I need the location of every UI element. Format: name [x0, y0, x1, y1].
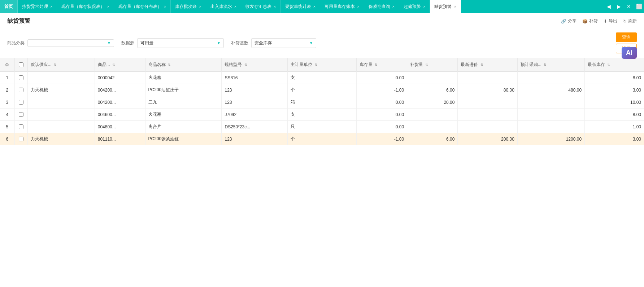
- tab-close-shortage-warn[interactable]: ×: [454, 4, 456, 9]
- gear-icon: ⚙: [5, 62, 9, 67]
- sort-price-icon: ⇅: [480, 63, 483, 67]
- row-stock-4: 0.00: [356, 121, 407, 133]
- row-code-2: 004200...: [95, 96, 145, 109]
- col-stock-qty-header[interactable]: 库存量 ⇅: [356, 58, 407, 72]
- tab-close-inventory-dist[interactable]: ×: [164, 4, 166, 9]
- export-action[interactable]: ⬇ 导出: [604, 18, 617, 24]
- tab-overstock-warn[interactable]: 超储预警 ×: [399, 0, 430, 13]
- select-all-checkbox[interactable]: [19, 62, 23, 67]
- tab-close-available-ledger[interactable]: ×: [357, 4, 359, 9]
- row-min-stock-0: 8.00: [585, 72, 644, 84]
- tab-prev-button[interactable]: ◀: [604, 4, 614, 9]
- category-filter-group: 商品分类 ▼: [7, 39, 114, 47]
- row-estimated-2: [517, 96, 584, 109]
- datasource-filter-group: 数据源 可用量 ▼: [121, 38, 224, 48]
- datasource-select[interactable]: 可用量 ▼: [137, 38, 224, 48]
- replenish-base-filter-group: 补货基数 安全库存 ▼: [231, 38, 316, 48]
- row-check-3[interactable]: [14, 109, 27, 121]
- share-action[interactable]: 🔗 分享: [561, 18, 576, 24]
- row-check-5[interactable]: [14, 133, 27, 145]
- tab-inventory-dist[interactable]: 现存量（库存分布表） ×: [114, 0, 171, 13]
- tab-next-button[interactable]: ▶: [614, 4, 624, 9]
- row-checkbox-3[interactable]: [19, 112, 23, 117]
- data-table: ⚙ 默认供应... ⇅ 商品... ⇅: [0, 58, 644, 145]
- col-spec-header[interactable]: 规格型号 ⇅: [222, 58, 288, 72]
- row-code-1: 004200...: [95, 84, 145, 96]
- datasource-value: 可用量: [140, 40, 153, 46]
- filter-area: 商品分类 ▼ 数据源 可用量 ▼ 补货基数 安全库存 ▼ 查询 设置: [0, 28, 644, 58]
- col-default-supplier-header[interactable]: 默认供应... ⇅: [27, 58, 95, 72]
- tab-order-stats[interactable]: 要货单统计表 ×: [281, 0, 320, 13]
- row-price-2: [458, 96, 517, 109]
- row-estimated-3: [517, 109, 584, 121]
- tab-bar: 首页 拣货异常处理 × 现存量（库存状况表） × 现存量（库存分布表） × 库存…: [0, 0, 644, 13]
- row-estimated-5: 1200.00: [517, 133, 584, 145]
- tab-close-overstock-warn[interactable]: ×: [423, 4, 425, 9]
- table-header-row: ⚙ 默认供应... ⇅ 商品... ⇅: [0, 58, 644, 72]
- tab-close-inout-flow[interactable]: ×: [234, 4, 236, 9]
- tab-close-recv-summary[interactable]: ×: [274, 4, 276, 9]
- replenish-base-select[interactable]: 安全库存 ▼: [251, 38, 316, 48]
- col-product-name-header[interactable]: 商品名称 ⇅: [145, 58, 222, 72]
- row-check-1[interactable]: [14, 84, 27, 96]
- col-gear-header[interactable]: ⚙: [0, 58, 14, 72]
- col-latest-price-header[interactable]: 最新进价 ⇅: [458, 58, 517, 72]
- tab-recv-summary[interactable]: 收发存汇总表 ×: [241, 0, 280, 13]
- tab-shortage-warn[interactable]: 缺货预警 ×: [430, 0, 461, 13]
- row-code-5: 801110...: [95, 133, 145, 145]
- tab-close-defect-proc[interactable]: ×: [50, 4, 52, 9]
- tab-inout-flow[interactable]: 出入库流水 ×: [206, 0, 241, 13]
- row-supplier-2: [27, 96, 95, 109]
- row-checkbox-2[interactable]: [19, 100, 23, 105]
- row-seq-0: 1: [0, 72, 14, 84]
- row-check-2[interactable]: [14, 96, 27, 109]
- replenish-base-value: 安全库存: [254, 40, 272, 46]
- tab-close-batch-account[interactable]: ×: [199, 4, 201, 9]
- row-code-4: 004800...: [95, 121, 145, 133]
- header-actions: 🔗 分享 📦 补货 ⬇ 导出 ↻ 刷新: [561, 18, 637, 24]
- tab-expiry-query[interactable]: 保质期查询 ×: [364, 0, 399, 13]
- row-check-4[interactable]: [14, 121, 27, 133]
- tab-available-ledger[interactable]: 可用量库存账本 ×: [320, 0, 364, 13]
- query-button[interactable]: 查询: [616, 32, 637, 42]
- export-icon: ⬇: [604, 19, 607, 24]
- row-seq-4: 5: [0, 121, 14, 133]
- row-checkbox-1[interactable]: [19, 88, 23, 92]
- tab-close-expiry-query[interactable]: ×: [392, 4, 395, 9]
- refresh-action[interactable]: ↻ 刷新: [623, 18, 637, 24]
- table-row: 1 0000042 火花塞 SS816 支 0.00 8.00: [0, 72, 644, 84]
- col-replenish-qty-header[interactable]: 补货量 ⇅: [407, 58, 458, 72]
- tab-home[interactable]: 首页: [0, 0, 18, 13]
- datasource-chevron-icon: ▼: [217, 41, 221, 45]
- tab-nav-actions: ◀ ▶ ✕ ⬜: [604, 4, 644, 9]
- row-code-0: 0000042: [95, 72, 145, 84]
- col-estimated-purchase-header[interactable]: 预计采购... ⇅: [517, 58, 584, 72]
- row-min-stock-1: 3.00: [585, 84, 644, 96]
- table-row: 6 力天机械 801110... PC200张紧油缸 123 个 -1.00 6…: [0, 133, 644, 145]
- col-unit-header[interactable]: 主计量单位 ⇅: [288, 58, 356, 72]
- tab-batch-account[interactable]: 库存批次账 ×: [171, 0, 206, 13]
- main-content: 缺货预警 🔗 分享 📦 补货 ⬇ 导出 ↻ 刷新 商品分类: [0, 13, 644, 287]
- tab-close-all-button[interactable]: ✕: [624, 4, 634, 9]
- tab-maximize-button[interactable]: ⬜: [634, 4, 644, 9]
- replenish-action[interactable]: 📦 补货: [582, 18, 598, 24]
- row-unit-3: 支: [288, 109, 356, 121]
- sort-unit-icon: ⇅: [315, 63, 318, 67]
- row-checkbox-0[interactable]: [19, 75, 23, 80]
- col-product-code-header[interactable]: 商品... ⇅: [95, 58, 145, 72]
- row-supplier-5: 力天机械: [27, 133, 95, 145]
- row-checkbox-4[interactable]: [19, 124, 23, 129]
- tab-defect-proc[interactable]: 拣货异常处理 ×: [18, 0, 57, 13]
- col-check-header[interactable]: [14, 58, 27, 72]
- tab-inventory-status[interactable]: 现存量（库存状况表） ×: [57, 0, 114, 13]
- row-min-stock-4: 1.00: [585, 121, 644, 133]
- row-check-0[interactable]: [14, 72, 27, 84]
- row-checkbox-5[interactable]: [19, 137, 23, 141]
- tab-close-inventory-status[interactable]: ×: [107, 4, 109, 9]
- category-select[interactable]: ▼: [27, 39, 114, 47]
- row-seq-1: 2: [0, 84, 14, 96]
- row-stock-2: 0.00: [356, 96, 407, 109]
- tab-close-order-stats[interactable]: ×: [313, 4, 316, 9]
- ai-badge[interactable]: Ai: [622, 47, 637, 59]
- col-min-stock-header[interactable]: 最低库存 ⇅: [585, 58, 644, 72]
